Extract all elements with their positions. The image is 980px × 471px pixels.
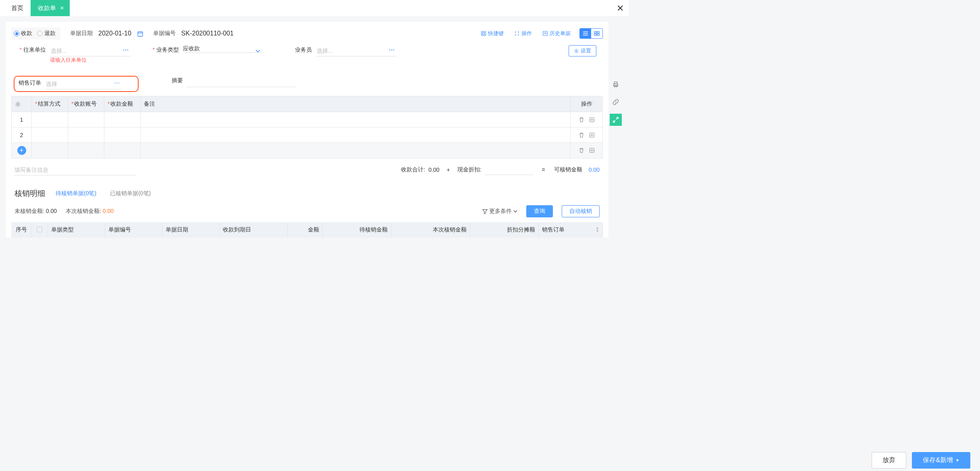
tab-receipt-label: 收款单 (38, 4, 56, 12)
filter-row: 未核销金额: 0.00 本次核销金额: 0.00 更多条件 查询 自动核销 (11, 203, 603, 222)
printer-icon[interactable] (610, 78, 622, 90)
add-row-icon[interactable] (589, 117, 595, 123)
biz-label: 业务类型 (147, 45, 183, 54)
col-bill-type: 单据类型 (48, 222, 105, 238)
equals-sign: = (542, 167, 545, 173)
delete-icon[interactable] (579, 148, 584, 153)
staff-lookup-icon[interactable]: ··· (389, 47, 395, 53)
total-value: 0.00 (428, 167, 439, 173)
biz-value[interactable]: 应收款 (183, 44, 200, 52)
writeoff-table: 序号 单据类型 单据编号 单据日期 收款到期日 金额 待核销金额 本次核销金额 … (11, 222, 603, 238)
col-op: 操作 (571, 96, 603, 112)
shortcut-link[interactable]: 快捷键 (481, 30, 504, 37)
note-input[interactable] (15, 164, 135, 175)
more-conditions[interactable]: 更多条件 (482, 208, 517, 215)
radio-refund[interactable]: 退款 (37, 30, 56, 37)
chevron-down-icon[interactable] (255, 48, 260, 54)
svg-rect-19 (597, 34, 599, 35)
gear-icon[interactable] (12, 96, 32, 112)
tab-pending[interactable]: 待核销单据(0笔) (52, 188, 100, 199)
svg-rect-18 (594, 34, 596, 35)
col-this: 本次核销金额 (391, 222, 470, 238)
view-toggle (579, 28, 603, 39)
operate-label: 操作 (521, 30, 532, 37)
col-settle: 结算方式 (32, 96, 68, 112)
sales-order-field: 销售订单 ··· (14, 76, 139, 92)
query-button[interactable]: 查询 (526, 205, 553, 217)
thiswrite-label: 本次核销金额: (66, 208, 101, 214)
table-row[interactable]: 2 (12, 127, 603, 143)
svg-rect-16 (594, 31, 596, 33)
date-value[interactable]: 2020-01-10 (98, 30, 131, 37)
history-link[interactable]: 历史单据 (542, 30, 571, 37)
partner-error: 请输入往来单位 (50, 56, 87, 64)
view-list-icon[interactable] (580, 29, 591, 38)
svg-point-9 (518, 34, 519, 35)
expand-icon[interactable] (610, 114, 622, 126)
svg-rect-17 (597, 31, 599, 33)
delete-icon[interactable] (579, 132, 584, 138)
shortcut-label: 快捷键 (488, 30, 504, 37)
operate-link[interactable]: 操作 (514, 30, 532, 37)
plus-icon[interactable]: + (17, 146, 26, 155)
writeoff-header: 核销明细 待核销单据(0笔) 已核销单据(0笔) (11, 183, 603, 203)
col-bill-code: 单据编号 (105, 222, 162, 238)
svg-point-21 (17, 104, 19, 106)
table-row[interactable]: 1 (12, 112, 603, 127)
partner-label: 往来单位 (14, 45, 50, 54)
add-row-icon[interactable] (589, 132, 595, 138)
document-header: 收款 退款 单据日期 2020-01-10 单据编号 SK-20200110-0… (11, 27, 603, 40)
col-disc: 折扣分摊额 (470, 222, 538, 238)
col-pending: 待核销金额 (323, 222, 391, 238)
auto-writeoff-button[interactable]: 自动核销 (562, 205, 600, 217)
no-value: SK-20200110-001 (181, 30, 234, 37)
view-card-icon[interactable] (591, 29, 602, 38)
calendar-icon[interactable] (137, 30, 143, 37)
add-row-icon[interactable] (589, 148, 595, 153)
settings-label: 设置 (581, 47, 591, 54)
top-tab-bar: 首页 收款单 ✕ ✕ (0, 0, 629, 16)
col-order: 销售订单▲▼ (538, 222, 602, 238)
link-icon[interactable] (610, 96, 622, 108)
col-bill-date: 单据日期 (162, 222, 219, 238)
order-lookup-icon[interactable]: ··· (114, 80, 120, 86)
date-label: 单据日期 (70, 30, 93, 37)
delete-icon[interactable] (579, 117, 584, 123)
history-label: 历史单据 (550, 30, 571, 37)
table-add-row: + (12, 143, 603, 158)
svg-rect-5 (482, 32, 484, 34)
svg-point-20 (575, 50, 577, 52)
staff-input[interactable] (316, 45, 397, 56)
col-remark: 备注 (141, 96, 571, 112)
radio-receive[interactable]: 收款 (14, 30, 32, 37)
tab-done[interactable]: 已核销单据(0笔) (107, 188, 154, 199)
row-num: 2 (12, 127, 32, 143)
writeoff-title: 核销明细 (15, 188, 45, 199)
svg-rect-0 (138, 32, 143, 36)
tab-receipt[interactable]: 收款单 ✕ (31, 0, 70, 16)
partner-lookup-icon[interactable]: ··· (123, 47, 129, 53)
tab-home[interactable]: 首页 (4, 0, 31, 16)
partner-input[interactable] (50, 45, 131, 56)
type-toggle: 收款 退款 (11, 27, 60, 40)
settings-button[interactable]: 设置 (569, 45, 596, 56)
col-checkbox[interactable] (31, 222, 48, 238)
thiswrite-value: 0.00 (103, 208, 114, 214)
col-account: 收款账号 (68, 96, 104, 112)
summary-row: 收款合计: 0.00 + 现金折扣: = 可核销金额 0.00 (11, 158, 603, 183)
summary-label: 摘要 (159, 76, 187, 84)
order-input[interactable] (45, 78, 122, 90)
svg-rect-4 (482, 31, 486, 36)
col-due-date: 收款到期日 (219, 222, 287, 238)
discount-input[interactable] (485, 165, 533, 175)
summary-input[interactable] (187, 76, 296, 87)
more-label: 更多条件 (489, 208, 512, 215)
col-seq: 序号 (11, 222, 31, 238)
svg-rect-10 (543, 31, 548, 36)
sort-icon[interactable]: ▲▼ (596, 226, 599, 233)
close-icon[interactable]: ✕ (60, 5, 64, 11)
avail-label: 可核销金额 (554, 166, 582, 173)
close-all-icon[interactable]: ✕ (617, 3, 624, 14)
radio-refund-label: 退款 (44, 30, 56, 37)
staff-label: 业务员 (280, 45, 316, 54)
